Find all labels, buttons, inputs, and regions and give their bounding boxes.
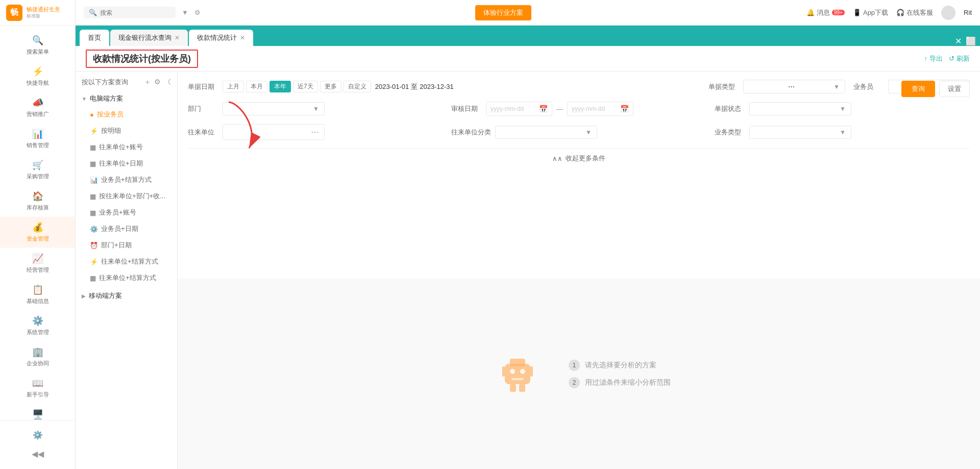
filter-doctype-group: 单据类型 ⋯ ▼ (708, 80, 845, 93)
scheme-item-by-salesperson[interactable]: ● 按业务员 (76, 106, 177, 123)
sidebar-nav: 🔍 搜索菜单 ⚡ 快捷导航 📣 营销推广 📊 销售管理 🛒 采购管理 🏠 (0, 26, 75, 420)
filter-review-date-group: 审核日期 yyyy-mm-dd 📅 — yyyy-mm-dd 📅 (451, 102, 706, 116)
header-right: 🔔 消息 99+ 📱 App下载 🎧 在线客服 Rit (806, 6, 972, 20)
dept-select[interactable]: ▼ (223, 102, 325, 115)
partner-label: 往来单位 (188, 128, 218, 137)
filter-date-group: 单据日期 上月 本月 本年 近7天 更多 自定义 (188, 81, 700, 92)
sidebar-item-sales[interactable]: 📊 销售管理 (0, 123, 75, 154)
sidebar-item-quick-nav[interactable]: ⚡ 快捷导航 (0, 61, 75, 92)
filter-dept-group: 部门 ▼ (188, 102, 443, 115)
filter-row-1: 单据日期 上月 本月 本年 近7天 更多 自定义 (188, 80, 970, 93)
date-btn-this-month[interactable]: 本月 (246, 81, 267, 92)
logo-text: 畅捷通好生意 (27, 6, 60, 13)
search-icon: 🔍 (89, 9, 97, 16)
date-btn-this-year[interactable]: 本年 (270, 81, 291, 92)
scheme-item-partner-account[interactable]: ▦ 往来单位+账号 (76, 139, 177, 155)
date-btn-more[interactable]: 更多 (320, 81, 341, 92)
scheme-item-partner-dept-collect[interactable]: ▦ 按往来单位+部门+收... (76, 188, 177, 204)
bank-flow-tab-close[interactable]: ✕ (175, 34, 180, 41)
tab-home[interactable]: 首页 (80, 30, 109, 46)
customer-service-action[interactable]: 🎧 在线客服 (896, 8, 933, 17)
header-search-box[interactable]: 🔍 (84, 7, 176, 18)
partner-more-btn[interactable]: ⋯ (311, 127, 319, 137)
header-center: 体验行业方案 (475, 5, 531, 20)
review-date-label: 审核日期 (451, 104, 482, 113)
settings-gear-icon[interactable]: ⚙ (194, 9, 201, 16)
tab-collection-stats[interactable]: 收款情况统计 ✕ (189, 30, 253, 46)
sidebar-item-system[interactable]: ⚙️ 系统管理 (0, 310, 75, 341)
date-btn-last-month[interactable]: 上月 (223, 81, 244, 92)
partner-category-select[interactable]: ▼ (495, 126, 597, 139)
partner-settlement2-icon: ▦ (90, 274, 96, 282)
scheme-item-partner-settlement2[interactable]: ▦ 往来单位+结算方式 (76, 270, 177, 286)
user-avatar[interactable] (941, 6, 955, 20)
inventory-icon: 🏠 (32, 191, 43, 202)
export-btn[interactable]: ↑ 导出 (924, 54, 943, 63)
phone-icon: 📱 (853, 9, 861, 16)
collapse-scheme-btn[interactable]: 《 (164, 78, 171, 87)
guide-icon: 📖 (32, 378, 43, 389)
date-btn-custom[interactable]: 自定义 (344, 81, 371, 92)
scheme-item-salesperson-settlement[interactable]: 📊 业务员+结算方式 (76, 172, 177, 188)
refresh-btn[interactable]: ↺ 刷新 (949, 54, 970, 63)
app-download-action[interactable]: 📱 App下载 (853, 8, 888, 17)
scheme-item-label: 业务员+结算方式 (101, 175, 152, 184)
scheme-item-label: 按业务员 (97, 110, 124, 119)
scheme-section-pc-title[interactable]: ▼ 电脑端方案 (76, 91, 177, 106)
biztype-label: 业务类型 (715, 128, 745, 137)
scheme-section-mobile-title[interactable]: ▶ 移动端方案 (76, 288, 177, 303)
collapse-icon: ◀◀ (32, 449, 44, 459)
review-date-from[interactable]: yyyy-mm-dd 📅 (486, 102, 552, 116)
docstatus-label: 单据状态 (715, 104, 745, 113)
docstatus-select[interactable]: ▼ (749, 102, 851, 115)
date-btn-last7[interactable]: 近7天 (293, 81, 318, 92)
scheme-section-pc: ▼ 电脑端方案 ● 按业务员 ⚡ 按明细 ▦ 往 (76, 91, 177, 286)
sidebar-item-basic-info[interactable]: 📋 基础信息 (0, 279, 75, 310)
tab-bank-flow[interactable]: 现金银行流水查询 ✕ (110, 30, 188, 46)
query-btn[interactable]: 查询 (901, 81, 935, 97)
scheme-item-dept-date[interactable]: ⏰ 部门+日期 (76, 237, 177, 253)
review-date-to[interactable]: yyyy-mm-dd 📅 (567, 102, 633, 116)
user-name[interactable]: Rit (964, 9, 972, 16)
page-header: 收款情况统计(按业务员) ↑ 导出 ↺ 刷新 (76, 46, 980, 72)
sidebar-settings-btn[interactable]: ⚙️ (0, 426, 75, 445)
doctype-select[interactable]: ⋯ ▼ (743, 80, 845, 93)
collapse-label: 收起更多条件 (566, 154, 605, 163)
quick-nav-icon: ⚡ (32, 66, 43, 77)
collapse-bar[interactable]: ∧∧ 收起更多条件 (188, 148, 970, 168)
scheme-item-salesperson-date[interactable]: ⚙️ 业务员+日期 (76, 221, 177, 237)
sidebar-item-inventory[interactable]: 🏠 库存核算 (0, 185, 75, 217)
sidebar-item-label: 企业协同 (27, 360, 49, 367)
sidebar-collapse-btn[interactable]: ◀◀ (0, 445, 75, 464)
search-input[interactable] (100, 9, 170, 16)
messages-action[interactable]: 🔔 消息 99+ (806, 8, 845, 17)
scheme-item-partner-settlement1[interactable]: ⚡ 往来单位+结算方式 (76, 253, 177, 270)
scheme-item-partner-date[interactable]: ▦ 往来单位+日期 (76, 155, 177, 172)
sidebar-item-label: 搜索菜单 (27, 48, 49, 56)
sidebar-item-hardware[interactable]: 🖥️ 智能硬件 (0, 404, 75, 420)
settings-btn[interactable]: 设置 (939, 81, 970, 97)
biztype-select[interactable]: ▼ (749, 126, 851, 139)
collection-stats-tab-close[interactable]: ✕ (240, 34, 245, 41)
filter-row-2: 部门 ▼ 审核日期 yyyy-mm-dd 📅 (188, 102, 970, 116)
sidebar-item-purchase[interactable]: 🛒 采购管理 (0, 154, 75, 185)
industry-btn[interactable]: 体验行业方案 (475, 5, 531, 20)
dropdown-arrow-icon[interactable]: ▼ (182, 9, 188, 16)
sidebar-item-search[interactable]: 🔍 搜索菜单 (0, 30, 75, 61)
scheme-item-salesperson-account[interactable]: ▦ 业务员+账号 (76, 204, 177, 221)
expand-window-btn[interactable]: ⬜ (966, 36, 976, 46)
close-window-btn[interactable]: ✕ (955, 36, 962, 46)
sidebar-item-label: 库存核算 (27, 204, 49, 212)
partner-select[interactable]: ⋯ (223, 124, 325, 140)
sidebar-item-enterprise[interactable]: 🏢 企业协同 (0, 341, 75, 372)
sidebar-item-operations[interactable]: 📈 经营管理 (0, 248, 75, 279)
settings-scheme-btn[interactable]: ⚙ (154, 78, 161, 87)
sidebar-item-label: 基础信息 (27, 297, 49, 305)
sidebar-item-finance[interactable]: 💰 资金管理 (0, 217, 75, 248)
add-scheme-btn[interactable]: ＋ (144, 78, 151, 87)
calendar-to-icon: 📅 (620, 105, 629, 113)
scheme-item-by-detail[interactable]: ⚡ 按明细 (76, 123, 177, 139)
sidebar-item-guide[interactable]: 📖 新手引导 (0, 372, 75, 404)
filter-partner-category-group: 往来单位分类 ▼ (451, 126, 706, 139)
sidebar-item-marketing[interactable]: 📣 营销推广 (0, 92, 75, 123)
